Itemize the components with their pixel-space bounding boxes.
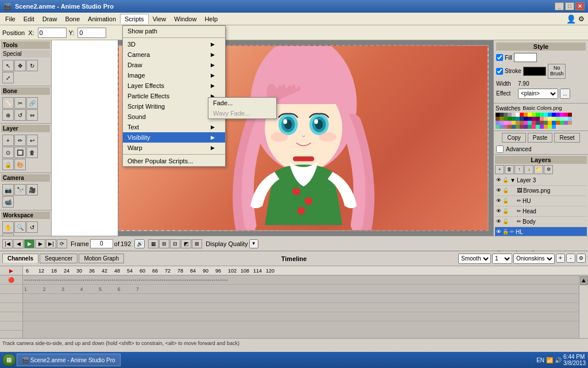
swatch[interactable] xyxy=(524,125,528,129)
swatch[interactable] xyxy=(528,125,532,129)
layer-tool-3[interactable]: ↩ xyxy=(26,135,38,146)
swatch[interactable] xyxy=(556,117,560,121)
reset-button[interactable]: Reset xyxy=(554,133,579,143)
no-brush-button[interactable]: NoBrush xyxy=(548,64,566,79)
ws-tool-2[interactable]: 🔍 xyxy=(14,221,26,233)
close-button[interactable]: ✕ xyxy=(575,2,585,10)
tl-zoom-in-button[interactable]: + xyxy=(556,254,565,263)
camera-tool-1[interactable]: 📷 xyxy=(2,184,14,195)
swatch[interactable] xyxy=(500,113,504,117)
swatch[interactable] xyxy=(536,113,540,117)
swatch[interactable] xyxy=(564,117,568,121)
swatch[interactable] xyxy=(516,121,520,125)
menu-camera[interactable]: Camera ▶ xyxy=(123,49,225,60)
swatch[interactable] xyxy=(548,113,552,117)
swatch[interactable] xyxy=(508,121,512,125)
swatch[interactable] xyxy=(496,125,500,129)
swatch[interactable] xyxy=(504,121,508,125)
swatch[interactable] xyxy=(552,121,556,125)
fill-checkbox[interactable] xyxy=(496,54,503,61)
swatch[interactable] xyxy=(516,125,520,129)
swatch[interactable] xyxy=(520,117,524,121)
swatch[interactable] xyxy=(560,113,564,117)
menu-fade[interactable]: Fade... xyxy=(208,98,276,108)
menu-draw[interactable]: Draw ▶ xyxy=(123,60,225,70)
tab-channels[interactable]: Channels xyxy=(2,254,38,263)
layer-row-brows[interactable]: 👁 🔓 🖼 Brows.png xyxy=(495,186,587,196)
layer-tool-7[interactable]: 🔒 xyxy=(2,159,14,170)
play-button[interactable]: ▶ xyxy=(24,239,34,248)
bone-tool-5[interactable]: ↺ xyxy=(14,109,26,121)
menu-text[interactable]: Text ▶ xyxy=(123,122,225,132)
tl-settings-button[interactable]: ⚙ xyxy=(577,254,586,263)
swatch[interactable] xyxy=(528,117,532,121)
ws-tool-1[interactable]: ✋ xyxy=(2,221,14,233)
swatch[interactable] xyxy=(544,113,548,117)
taskbar-app[interactable]: 🎬 Scene2.anme - Anime Studio Pro xyxy=(17,354,121,366)
menu-visibility[interactable]: Visibility ▶ xyxy=(123,132,225,143)
swatch[interactable] xyxy=(552,113,556,117)
swatch[interactable] xyxy=(568,113,572,117)
goto-start-button[interactable]: |◀ xyxy=(2,239,13,248)
swatch[interactable] xyxy=(532,121,536,125)
effect-dots-button[interactable]: ... xyxy=(560,89,570,99)
view-2-button[interactable]: ⊞ xyxy=(159,239,169,248)
timeline-scrollbar[interactable]: ▲ xyxy=(579,275,588,338)
bone-tool-2[interactable]: ✂ xyxy=(14,97,26,109)
next-frame-button[interactable]: ▶ xyxy=(35,239,45,248)
swatch[interactable] xyxy=(560,117,564,121)
swatch[interactable] xyxy=(520,113,524,117)
menu-file[interactable]: File xyxy=(1,14,20,24)
swatch[interactable] xyxy=(504,125,508,129)
fill-swatch[interactable] xyxy=(514,53,537,62)
swatch[interactable] xyxy=(544,117,548,121)
swatch[interactable] xyxy=(540,121,544,125)
swatch[interactable] xyxy=(552,125,556,129)
swatch[interactable] xyxy=(512,113,516,117)
swatch[interactable] xyxy=(508,125,512,129)
layer-delete-button[interactable]: 🗑 xyxy=(505,165,514,174)
swatch[interactable] xyxy=(560,121,564,125)
swatch[interactable] xyxy=(548,117,552,121)
layer-add-button[interactable]: + xyxy=(495,165,504,174)
swatch[interactable] xyxy=(528,113,532,117)
menu-draw[interactable]: Draw xyxy=(38,14,61,24)
swatch[interactable] xyxy=(496,121,500,125)
swatch[interactable] xyxy=(548,121,552,125)
menu-show-path[interactable]: Show path xyxy=(123,26,225,36)
swatch[interactable] xyxy=(568,121,572,125)
minimize-button[interactable]: _ xyxy=(555,2,564,10)
layer-row-layer3[interactable]: 👁 🔓 ▼ Layer 3 xyxy=(495,175,587,186)
swatch[interactable] xyxy=(528,121,532,125)
swatch[interactable] xyxy=(540,113,544,117)
swatch[interactable] xyxy=(564,121,568,125)
bone-tool-3[interactable]: 🔗 xyxy=(26,97,38,109)
swatch[interactable] xyxy=(520,121,524,125)
tool-move[interactable]: ✥ xyxy=(14,60,26,71)
menu-bone[interactable]: Bone xyxy=(61,14,84,24)
goto-end-button[interactable]: ▶| xyxy=(46,239,56,248)
swatch[interactable] xyxy=(512,121,516,125)
menu-scripts[interactable]: Scripts xyxy=(120,14,149,24)
tab-motion-graph[interactable]: Motion Graph xyxy=(79,254,124,263)
swatch[interactable] xyxy=(500,121,504,125)
tool-scale[interactable]: ⤢ xyxy=(2,72,14,83)
layer-up-button[interactable]: ↑ xyxy=(514,165,524,174)
onionskins-select[interactable]: Onionskins xyxy=(513,254,555,264)
layer-row-head[interactable]: 👁 🔓 ✏ Head xyxy=(495,206,587,217)
paste-button[interactable]: Paste xyxy=(528,133,553,143)
swatch[interactable] xyxy=(516,117,520,121)
swatch[interactable] xyxy=(520,125,524,129)
swatch[interactable] xyxy=(532,117,536,121)
stroke-swatch[interactable] xyxy=(523,67,546,76)
menu-edit[interactable]: Edit xyxy=(20,14,38,24)
view-5-button[interactable]: ⊠ xyxy=(192,239,202,248)
copy-button[interactable]: Copy xyxy=(502,133,525,143)
tool-rotate[interactable]: ↻ xyxy=(26,60,38,71)
advanced-checkbox[interactable] xyxy=(496,145,504,153)
x-input[interactable] xyxy=(38,28,67,38)
swatch[interactable] xyxy=(540,117,544,121)
layer-row-hu[interactable]: 👁 🔓 ✏ HU xyxy=(495,196,587,206)
layer-tool-1[interactable]: + xyxy=(2,135,14,146)
swatch[interactable] xyxy=(556,113,560,117)
